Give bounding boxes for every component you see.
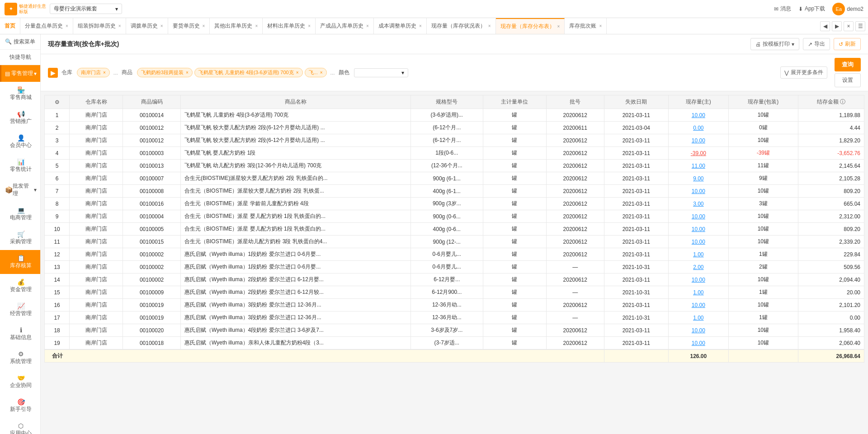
- sidebar-search[interactable]: 🔍 搜索菜单: [0, 34, 40, 50]
- close-icon[interactable]: ×: [599, 24, 602, 28]
- row-spec: 12-36月幼...: [410, 311, 483, 324]
- color-dropdown[interactable]: ▾: [354, 68, 408, 77]
- tab-现存量分布[interactable]: 现存量（库存分布表） ×: [496, 18, 565, 34]
- row-qty[interactable]: 1.00: [669, 311, 729, 324]
- sidebar-item-电商管理[interactable]: 💻 电商管理: [0, 202, 40, 226]
- close-icon[interactable]: ×: [255, 24, 258, 28]
- chevron-down-icon: ▾: [115, 6, 118, 12]
- row-qty[interactable]: 10.00: [669, 223, 729, 236]
- row-code: 00100002: [123, 274, 181, 286]
- row-expiry: 2021-03-11: [604, 172, 668, 185]
- sidebar-item-基础信息[interactable]: ℹ 基础信息: [0, 322, 40, 346]
- sidebar-item-资金管理[interactable]: 💰 资金管理: [0, 274, 40, 298]
- row-qty[interactable]: 10.00: [669, 337, 729, 350]
- row-qty[interactable]: 0.00: [669, 122, 729, 134]
- sidebar-item-应用中心[interactable]: ⬡ 应用中心: [0, 418, 40, 434]
- warehouse-tag-南岸门店[interactable]: 南岸门店 ×: [77, 68, 110, 77]
- row-qty[interactable]: 1.00: [669, 248, 729, 261]
- remove-tag-icon[interactable]: ×: [296, 70, 299, 75]
- close-icon[interactable]: ×: [366, 24, 369, 28]
- remove-tag-icon[interactable]: ×: [320, 70, 323, 75]
- sidebar-item-企业协同[interactable]: 🤝 企业协同: [0, 370, 40, 394]
- row-expiry: 2021-10-31: [604, 286, 668, 299]
- row-amount: 1,829.20: [798, 134, 864, 147]
- tab-home[interactable]: 首页: [0, 18, 20, 34]
- sidebar-item-零售商城[interactable]: 🏪 零售商城: [0, 82, 40, 106]
- sidebar-item-采购管理[interactable]: 🛒 采购管理: [0, 226, 40, 250]
- sidebar-item-会员中心[interactable]: 👤 会员中心: [0, 130, 40, 154]
- tab-材料出库[interactable]: 材料出库单历史 ×: [263, 18, 316, 34]
- close-icon[interactable]: ×: [118, 24, 121, 28]
- tab-调拨单[interactable]: 调拨单历史 ×: [126, 18, 168, 34]
- row-qty[interactable]: 10.00: [669, 134, 729, 147]
- tab-现存量状况[interactable]: 现存量（库存状况表） ×: [427, 18, 496, 34]
- col-spec: 规格型号: [410, 95, 483, 109]
- sidebar-item-新手引导[interactable]: 🎯 新手引导: [0, 394, 40, 418]
- close-icon[interactable]: ×: [419, 24, 422, 28]
- col-settings[interactable]: ⚙: [45, 95, 70, 109]
- row-qty-pkg: 10罐: [728, 223, 798, 236]
- sidebar-item-经营管理[interactable]: 📈 经营管理: [0, 298, 40, 322]
- workspace-selector[interactable]: 母婴行业演示账套 ▾: [50, 4, 122, 14]
- row-qty[interactable]: 10.00: [669, 274, 729, 286]
- sidebar-item-营销推广[interactable]: 📢 营销推广: [0, 106, 40, 130]
- sidebar-quick-nav[interactable]: 快捷导航: [0, 50, 40, 65]
- message-btn[interactable]: ✉ 消息: [774, 5, 791, 13]
- app-download-btn[interactable]: ⬇ App下载: [798, 5, 825, 13]
- row-qty[interactable]: 10.00: [669, 109, 729, 122]
- tab-next-btn[interactable]: ▶: [832, 21, 842, 31]
- export-btn[interactable]: ↗ 导出: [803, 38, 830, 50]
- sidebar-item-零售统计[interactable]: 📊 零售统计: [0, 154, 40, 178]
- tab-成本调整[interactable]: 成本调整单历史 ×: [374, 18, 427, 34]
- remove-tag-icon[interactable]: ×: [103, 70, 106, 75]
- tab-产成品入库[interactable]: 产成品入库单历史 ×: [316, 18, 374, 34]
- tab-库存批次账[interactable]: 库存批次账 ×: [565, 18, 607, 34]
- row-code: 00100008: [123, 185, 181, 198]
- warehouse-more[interactable]: ...: [113, 70, 118, 76]
- row-qty[interactable]: 10.00: [669, 210, 729, 223]
- tab-close-btn[interactable]: ×: [844, 21, 854, 31]
- row-qty[interactable]: 9.00: [669, 172, 729, 185]
- expand-more-btn[interactable]: ⋁ 展开更多条件: [780, 66, 827, 79]
- refresh-btn[interactable]: ↺ 刷新: [834, 38, 861, 50]
- user-profile[interactable]: Ea demo2: [832, 3, 863, 15]
- product-tag-3[interactable]: 飞... ×: [305, 68, 327, 77]
- close-icon[interactable]: ×: [203, 24, 205, 28]
- row-qty[interactable]: 3.00: [669, 198, 729, 210]
- row-qty[interactable]: 10.00: [669, 324, 729, 337]
- row-no: 13: [45, 261, 70, 274]
- row-no: 7: [45, 185, 70, 198]
- product-tag-2[interactable]: 飞鹤星飞帆 儿童奶粉 4段(3-6岁适用) 700克 ×: [194, 68, 303, 77]
- row-qty[interactable]: 10.00: [669, 299, 729, 311]
- sidebar-item-批发管理[interactable]: 📦 批发管理 ▾: [0, 178, 40, 202]
- query-btn[interactable]: 查询: [835, 58, 861, 71]
- warehouse-label: 仓库: [61, 69, 72, 76]
- remove-tag-icon[interactable]: ×: [186, 70, 189, 75]
- sidebar-item-零售管理[interactable]: ▤ 零售管理 ▾: [0, 65, 40, 82]
- close-icon[interactable]: ×: [308, 24, 311, 28]
- tab-其他出库[interactable]: 其他出库单历史 ×: [210, 18, 263, 34]
- row-qty[interactable]: 10.00: [669, 185, 729, 198]
- tab-分量盘点[interactable]: 分量盘点单历史 ×: [20, 18, 73, 34]
- row-qty[interactable]: 1.00: [669, 286, 729, 299]
- print-template-btn[interactable]: 🖨 按模板打印 ▾: [750, 38, 799, 50]
- row-warehouse: 南岸门店: [70, 210, 123, 223]
- tab-组装拆卸[interactable]: 组装拆卸单历史 ×: [73, 18, 126, 34]
- sidebar-item-系统管理[interactable]: ⚙ 系统管理: [0, 346, 40, 370]
- close-icon[interactable]: ×: [160, 24, 163, 28]
- tab-prev-btn[interactable]: ◀: [820, 21, 830, 31]
- tab-要货单[interactable]: 要货单历史 ×: [168, 18, 210, 34]
- row-qty[interactable]: 2.00: [669, 261, 729, 274]
- set-btn[interactable]: 设置: [835, 73, 861, 87]
- close-icon[interactable]: ×: [66, 24, 68, 28]
- row-qty[interactable]: 10.00: [669, 236, 729, 248]
- close-icon[interactable]: ×: [488, 24, 491, 28]
- tab-menu-btn[interactable]: ☰: [855, 21, 865, 31]
- close-icon[interactable]: ×: [557, 24, 560, 29]
- sidebar-item-库存核算[interactable]: 📋 库存核算: [0, 250, 40, 274]
- product-tag-1[interactable]: 飞鹤奶粉3段两提装 ×: [137, 68, 193, 77]
- row-qty[interactable]: -39.00: [669, 147, 729, 160]
- row-qty[interactable]: 11.00: [669, 160, 729, 172]
- filter-expand-btn[interactable]: ▶: [48, 68, 58, 78]
- product-more[interactable]: ...: [330, 70, 335, 76]
